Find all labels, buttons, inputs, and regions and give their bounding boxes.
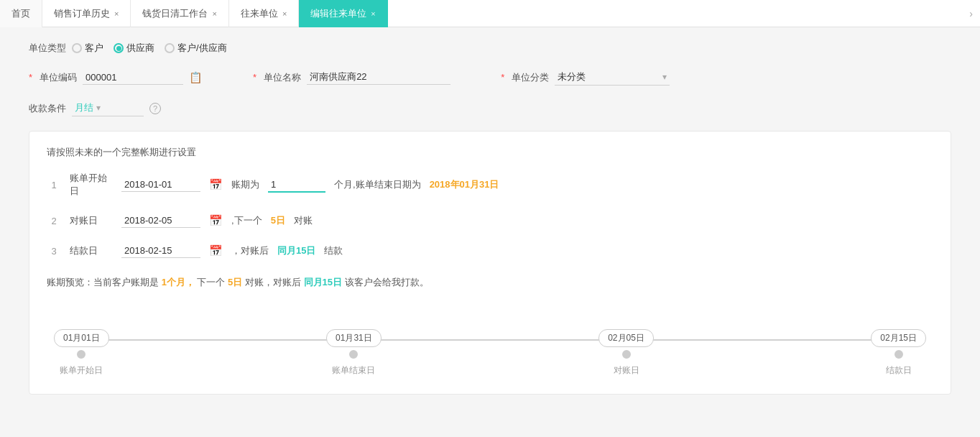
radio-supplier[interactable]: 供应商 xyxy=(114,42,154,55)
timeline-label-1: 01月01日 xyxy=(54,329,109,347)
tab-cash-work-label: 钱货日清工作台 xyxy=(142,7,208,20)
timeline-node-4: 02月15日 结款日 xyxy=(871,329,926,377)
timeline-label-3: 02月05日 xyxy=(598,329,654,347)
unit-name-star: * xyxy=(253,72,256,83)
tab-home-label: 首页 xyxy=(11,7,30,20)
row-2-text1: ,下一个 xyxy=(231,214,262,227)
unit-code-field: * 单位编码 📋 xyxy=(29,70,203,85)
unit-type-radio-group: 客户 供应商 客户/供应商 xyxy=(72,42,227,55)
payment-chevron: ▾ xyxy=(96,103,101,113)
period-row-3: 3 结款日 📅 ，对账后 同月15日 结款 xyxy=(47,244,933,258)
row-3-num: 3 xyxy=(47,246,61,257)
row-2-num: 2 xyxy=(47,216,61,226)
unit-code-calendar-icon[interactable]: 📋 xyxy=(189,71,203,84)
section-title: 请按照未来的一个完整帐期进行设置 xyxy=(47,146,933,159)
preview-middle2: 对账，对账后 xyxy=(245,277,301,288)
tab-sales-history[interactable]: 销售订单历史 × xyxy=(42,0,131,27)
unit-category-field: * 单位分类 未分类 ▾ xyxy=(501,69,670,86)
payment-label: 收款条件 xyxy=(29,102,66,115)
row-2-text2: 对账 xyxy=(294,214,313,227)
preview-middle1: 下一个 xyxy=(197,277,225,288)
timeline-label-4: 02月15日 xyxy=(871,329,926,347)
row-2-highlight1: 5日 xyxy=(271,214,285,227)
radio-supplier-label: 供应商 xyxy=(126,42,154,55)
unit-name-input[interactable] xyxy=(307,70,450,85)
preview-highlight2: 5日 xyxy=(228,277,242,288)
row-1-num: 1 xyxy=(47,180,61,190)
tab-partners-label: 往来单位 xyxy=(241,7,278,20)
row-3-text2: 结款 xyxy=(324,244,343,257)
unit-code-star: * xyxy=(29,72,32,83)
radio-customer-circle xyxy=(72,43,82,53)
payment-date-calendar-icon[interactable]: 📅 xyxy=(209,244,223,257)
unit-code-input[interactable] xyxy=(83,70,183,85)
main-content: 单位类型 客户 供应商 客户/供应商 * 单位编码 xyxy=(0,27,980,437)
unit-name-field: * 单位名称 xyxy=(253,70,450,85)
row-1-label: 账单开始日 xyxy=(70,172,113,198)
timeline: 01月01日 账单开始日 01月31日 账单结束日 02月05日 对账日 xyxy=(47,308,933,377)
tab-cash-work[interactable]: 钱货日清工作台 × xyxy=(131,0,228,27)
tab-partners[interactable]: 往来单位 × xyxy=(229,0,299,27)
unit-category-select[interactable]: 未分类 ▾ xyxy=(555,69,670,86)
unit-type-field: 单位类型 客户 供应商 客户/供应商 xyxy=(29,42,227,55)
start-date-calendar-icon[interactable]: 📅 xyxy=(209,178,223,191)
row-2-label: 对账日 xyxy=(70,214,113,227)
payment-row: 收款条件 月结 ▾ ? xyxy=(29,100,951,116)
unit-info-row: * 单位编码 📋 * 单位名称 * 单位分类 未分类 ▾ xyxy=(29,69,951,86)
tab-home[interactable]: 首页 xyxy=(0,0,42,27)
preview-highlight3: 同月15日 xyxy=(304,277,342,288)
unit-type-row: 单位类型 客户 供应商 客户/供应商 xyxy=(29,42,951,55)
timeline-label-2: 01月31日 xyxy=(326,329,382,347)
tab-sales-history-close[interactable]: × xyxy=(114,9,119,18)
unit-category-chevron: ▾ xyxy=(662,72,667,82)
radio-supplier-circle xyxy=(114,43,124,53)
period-section: 请按照未来的一个完整帐期进行设置 1 账单开始日 📅 账期为 个月,账单结束日期… xyxy=(29,131,951,395)
row-3-text1: ，对账后 xyxy=(231,244,269,257)
unit-code-label: 单位编码 xyxy=(40,71,77,84)
row-1-end-date: 2018年01月31日 xyxy=(430,178,499,191)
reconcile-date-input[interactable] xyxy=(121,213,200,228)
reconcile-date-calendar-icon[interactable]: 📅 xyxy=(209,214,223,227)
timeline-desc-1: 账单开始日 xyxy=(60,364,103,377)
preview-prefix: 账期预览：当前客户账期是 xyxy=(47,277,159,288)
tab-edit-partner-close[interactable]: × xyxy=(371,9,375,18)
unit-name-label: 单位名称 xyxy=(264,71,301,84)
timeline-dot-4 xyxy=(895,350,903,359)
period-row-2: 2 对账日 📅 ,下一个 5日 对账 xyxy=(47,213,933,228)
preview-text: 账期预览：当前客户账期是 1个月， 下一个 5日 对账，对账后 同月15日 该客… xyxy=(47,274,933,290)
row-1-text1: 账期为 xyxy=(231,178,259,191)
unit-category-star: * xyxy=(501,72,504,83)
period-input[interactable] xyxy=(268,178,325,193)
payment-date-input[interactable] xyxy=(121,244,200,258)
payment-select[interactable]: 月结 ▾ xyxy=(72,100,144,116)
row-3-label: 结款日 xyxy=(70,244,113,257)
tab-partners-close[interactable]: × xyxy=(282,9,287,18)
tabs-bar: 首页 销售订单历史 × 钱货日清工作台 × 往来单位 × 编辑往来单位 × › xyxy=(0,0,980,27)
timeline-desc-2: 账单结束日 xyxy=(332,364,375,377)
timeline-node-2: 01月31日 账单结束日 xyxy=(326,329,382,377)
unit-category-label: 单位分类 xyxy=(512,71,549,84)
payment-field: 收款条件 月结 ▾ ? xyxy=(29,100,161,116)
payment-value: 月结 xyxy=(75,101,93,114)
unit-type-label: 单位类型 xyxy=(29,42,66,55)
radio-customer-supplier-label: 客户/供应商 xyxy=(177,42,227,55)
radio-customer-supplier[interactable]: 客户/供应商 xyxy=(165,42,227,55)
tabs-scroll-right[interactable]: › xyxy=(962,8,980,19)
timeline-node-1: 01月01日 账单开始日 xyxy=(54,329,109,377)
timeline-dot-2 xyxy=(349,350,358,359)
preview-highlight1: 1个月， xyxy=(162,277,195,288)
payment-help-icon[interactable]: ? xyxy=(149,103,161,114)
radio-customer[interactable]: 客户 xyxy=(72,42,103,55)
timeline-dot-3 xyxy=(622,350,631,359)
radio-customer-label: 客户 xyxy=(85,42,103,55)
preview-suffix: 该客户会给我打款。 xyxy=(345,277,429,288)
tab-edit-partner[interactable]: 编辑往来单位 × xyxy=(299,0,387,27)
row-3-highlight1: 同月15日 xyxy=(277,244,315,257)
timeline-desc-3: 对账日 xyxy=(614,364,639,377)
radio-customer-supplier-circle xyxy=(165,43,175,53)
row-1-text2: 个月,账单结束日期为 xyxy=(334,178,421,191)
tab-cash-work-close[interactable]: × xyxy=(212,9,216,18)
unit-category-value: 未分类 xyxy=(558,70,660,83)
start-date-input[interactable] xyxy=(121,178,200,192)
timeline-desc-4: 结款日 xyxy=(886,364,912,377)
